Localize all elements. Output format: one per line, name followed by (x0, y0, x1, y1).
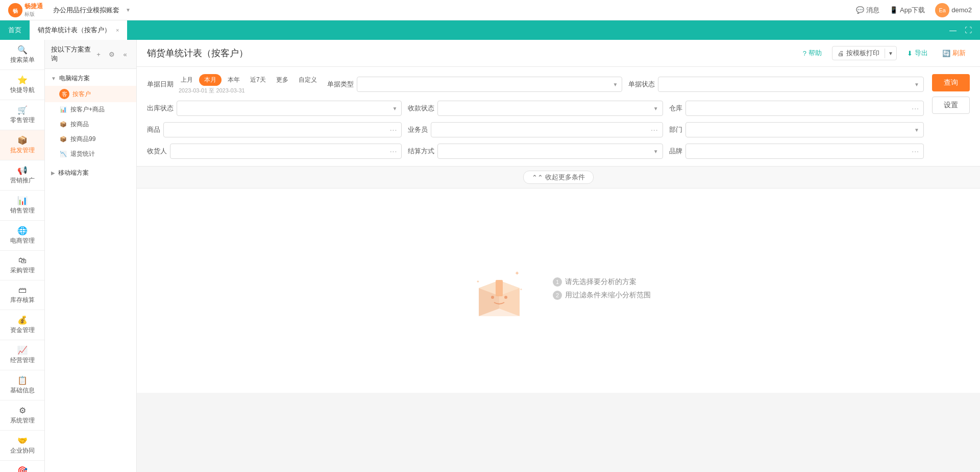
logo-area[interactable]: 畅 畅捷通 标版 (8, 3, 43, 17)
filter-row-4: 收货人 ··· 结算方式 ▼ 品牌 (147, 144, 924, 159)
maximize-btn[interactable]: ⛶ (963, 25, 974, 36)
help-btn[interactable]: ? 帮助 (799, 46, 826, 60)
topbar-title: 办公用品行业模拟账套 (53, 6, 119, 15)
sales-icon: 📊 (2, 196, 42, 205)
last7days-btn[interactable]: 近7天 (246, 74, 270, 86)
warehouse-dots: ··· (912, 104, 919, 112)
staff-select[interactable]: ··· (431, 122, 663, 137)
tree-group-desktop: ▼ 电脑端方案 客 按客户 📊 按客户+商品 📦 按商品 📦 按商品99 📉 (45, 69, 136, 163)
order-type-select[interactable]: ▼ (357, 77, 623, 92)
content-area: 销货单统计表（按客户） ? 帮助 🖨 按模板打印 ▼ ⬇ 导出 (137, 40, 980, 472)
add-scheme-btn[interactable]: + (93, 49, 104, 59)
receiver-select[interactable]: ··· (170, 144, 402, 159)
collapse-panel-btn[interactable]: « (120, 49, 130, 59)
logo-icon: 畅 (8, 3, 22, 17)
filter-panel-inner: 单据日期 上月 本月 本年 近7天 更多 自定义 20 (147, 74, 970, 159)
settings-btn-action[interactable]: 设置 (932, 97, 970, 114)
app-download-btn[interactable]: 📱 App下载 (890, 6, 925, 15)
brand-dots: ··· (912, 147, 919, 155)
refresh-btn[interactable]: 🔄 刷新 (938, 46, 970, 60)
sidebar-item-basic[interactable]: 📋 基础信息 (0, 370, 44, 400)
sidebar-item-retail[interactable]: 🛒 零售管理 (0, 100, 44, 130)
customer-icon: 客 (59, 89, 69, 99)
sidebar-item-operations[interactable]: 📈 经营管理 (0, 340, 44, 370)
user-menu[interactable]: Ea demo2 (935, 3, 972, 17)
print-btn[interactable]: 🖨 按模板打印 (832, 46, 885, 60)
refresh-icon: 🔄 (942, 50, 950, 57)
prev-month-btn[interactable]: 上月 (177, 74, 197, 86)
inventory-icon: 🗃 (2, 286, 42, 295)
sidebar-item-marketing[interactable]: 📢 营销推广 (0, 160, 44, 191)
warehouse-select[interactable]: ··· (685, 101, 924, 116)
phone-icon: 📱 (890, 6, 898, 14)
help-icon: ? (803, 50, 806, 57)
settings-scheme-btn[interactable]: ⚙ (107, 49, 117, 59)
empty-illustration: ✦ ✦ ✦ (466, 257, 532, 324)
tree-item-return-stats[interactable]: 📉 退货统计 (45, 147, 136, 161)
shipment-status-select[interactable]: ▼ (177, 101, 402, 116)
collapse-more-btn[interactable]: ⌃⌃ 收起更多条件 (523, 171, 594, 184)
sidebar-item-search[interactable]: 🔍 搜索菜单 (0, 40, 44, 70)
tree-item-by-goods99[interactable]: 📦 按商品99 (45, 132, 136, 147)
tree-group-desktop-label: 电脑端方案 (59, 74, 90, 83)
sidebar-item-quick-nav[interactable]: ⭐ 快捷导航 (0, 70, 44, 100)
more-date-btn[interactable]: 更多 (272, 74, 292, 86)
sidebar-item-wholesale[interactable]: 📦 批发管理 (0, 130, 44, 160)
payment-method-select[interactable]: ▼ (437, 144, 663, 159)
sidebar-item-system[interactable]: ⚙ 系统管理 (0, 400, 44, 431)
empty-hint-2: 2 用过滤条件来缩小分析范围 (553, 291, 651, 300)
empty-state: ✦ ✦ ✦ 1 请先选择要分析的方案 (137, 188, 980, 393)
sidebar: 🔍 搜索菜单 ⭐ 快捷导航 🛒 零售管理 📦 批发管理 📢 营销推广 📊 销售管… (0, 40, 45, 472)
brand-filter: 品牌 ··· (669, 144, 924, 159)
current-year-btn[interactable]: 本年 (224, 74, 244, 86)
svg-text:✦: ✦ (476, 279, 480, 284)
order-status-select[interactable]: ▼ (658, 77, 924, 92)
export-btn[interactable]: ⬇ 导出 (903, 46, 932, 60)
order-type-filter: 单据类型 ▼ (327, 77, 623, 92)
goods-select[interactable]: ··· (163, 122, 402, 137)
sidebar-item-ecom[interactable]: 🌐 电商管理 (0, 221, 44, 251)
tree-item-return-stats-label: 退货统计 (70, 150, 95, 158)
tree-group-mobile-header[interactable]: ▶ 移动端方案 (45, 166, 136, 180)
staff-label: 业务员 (408, 125, 428, 134)
sidebar-item-guide[interactable]: 🎯 新手引导 (0, 461, 44, 472)
payment-method-label: 结算方式 (408, 147, 434, 156)
wholesale-icon: 📦 (2, 135, 42, 145)
svg-point-10 (491, 296, 494, 299)
filter-row-2: 出库状态 ▼ 收款状态 ▼ 仓库 (147, 101, 924, 116)
custom-date-btn[interactable]: 自定义 (295, 74, 321, 86)
tree-item-by-customer-goods[interactable]: 📊 按客户+商品 (45, 102, 136, 117)
tab-home[interactable]: 首页 (0, 20, 30, 40)
current-month-btn[interactable]: 本月 (199, 74, 222, 86)
home-tab-label: 首页 (8, 26, 21, 35)
tree-item-by-goods[interactable]: 📦 按商品 (45, 117, 136, 132)
empty-illustration-svg: ✦ ✦ ✦ (466, 257, 532, 324)
tree-group-mobile: ▶ 移动端方案 (45, 163, 136, 182)
goods-icon: 📦 (59, 121, 67, 129)
tab-active[interactable]: 销货单统计表（按客户） × (30, 20, 127, 40)
system-icon: ⚙ (2, 406, 42, 415)
sidebar-item-sales[interactable]: 📊 销售管理 (0, 191, 44, 221)
tree-group-desktop-header[interactable]: ▼ 电脑端方案 (45, 71, 136, 86)
hint-num-2: 2 (553, 291, 562, 300)
tab-close-btn[interactable]: × (116, 27, 119, 33)
collapse-label: 收起更多条件 (545, 173, 585, 182)
tree-item-by-customer[interactable]: 客 按客户 (45, 86, 136, 102)
minimize-btn[interactable]: — (947, 25, 959, 36)
sidebar-item-purchase[interactable]: 🛍 采购管理 (0, 251, 44, 280)
brand-select[interactable]: ··· (685, 144, 924, 159)
empty-hint-1: 1 请先选择要分析的方案 (553, 277, 651, 287)
warehouse-filter: 仓库 ··· (669, 101, 924, 116)
payment-status-select[interactable]: ▼ (437, 101, 663, 116)
sidebar-item-cooperation[interactable]: 🤝 企业协同 (0, 431, 44, 461)
print-arrow-btn[interactable]: ▼ (885, 49, 896, 58)
sidebar-item-finance[interactable]: 💰 资金管理 (0, 310, 44, 340)
message-btn[interactable]: 💬 消息 (856, 6, 879, 15)
query-btn[interactable]: 查询 (932, 74, 970, 91)
star-icon: ⭐ (2, 75, 42, 85)
department-select[interactable]: ▼ (685, 122, 924, 137)
sidebar-item-inventory[interactable]: 🗃 库存核算 (0, 280, 44, 310)
payment-method-arrow: ▼ (653, 149, 658, 154)
collapse-bar: ⌃⌃ 收起更多条件 (137, 167, 980, 188)
filter-row-1: 单据日期 上月 本月 本年 近7天 更多 自定义 20 (147, 74, 924, 95)
